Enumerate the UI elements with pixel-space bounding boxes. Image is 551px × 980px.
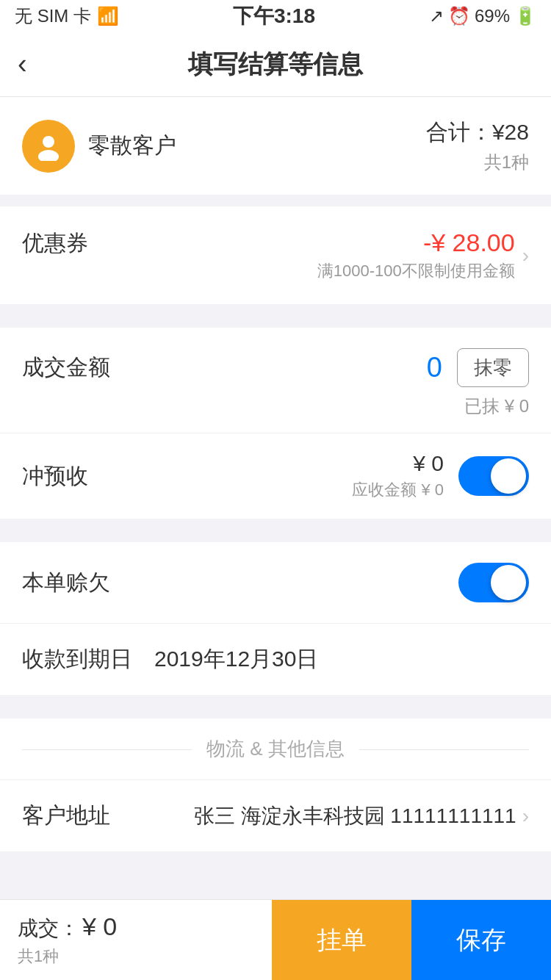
total-count: 共1种 [426, 151, 529, 174]
due-date-label: 收款到期日 [22, 644, 132, 674]
page-title: 填写结算等信息 [188, 48, 363, 82]
prepay-toggle[interactable] [458, 456, 529, 496]
logistics-title-wrap: 物流 & 其他信息 [192, 736, 359, 762]
status-bar: 无 SIM 卡 📶 下午3:18 ↗ ⏰ 69% 🔋 [0, 0, 551, 32]
bottom-deal-row: 成交： ¥ 0 [18, 912, 254, 943]
deal-amount-label: 成交金额 [22, 353, 110, 383]
deal-amount-row: 成交金额 0 抹零 [0, 328, 551, 394]
coupon-amount: -¥ 28.00 [317, 228, 515, 257]
total-amount: 合计：¥28 [426, 118, 529, 148]
divider-3 [0, 707, 551, 718]
coupon-chevron-icon: › [522, 244, 529, 267]
address-row[interactable]: 客户地址 张三 海淀永丰科技园 11111111111 › [0, 779, 551, 851]
logistics-header: 物流 & 其他信息 [0, 718, 551, 779]
nav-bar: ‹ 填写结算等信息 [0, 32, 551, 97]
bottom-bar: 成交： ¥ 0 共1种 挂单 保存 [0, 899, 551, 980]
prepay-receivable-label: 应收金额 ¥ 0 [352, 479, 444, 501]
bottom-deal-amount: ¥ 0 [82, 912, 117, 941]
divider-2 [0, 530, 551, 542]
debt-label: 本单赊欠 [22, 568, 110, 598]
coupon-right: -¥ 28.00 满1000-100不限制使用金额 › [317, 228, 529, 282]
hang-button[interactable]: 挂单 [272, 900, 411, 981]
toggle-knob [491, 458, 526, 494]
coupon-description: 满1000-100不限制使用金额 [317, 260, 515, 282]
prepay-amount: ¥ 0 [352, 451, 444, 476]
coupon-section: 优惠券 -¥ 28.00 满1000-100不限制使用金额 › [0, 206, 551, 304]
location-icon: ↗ [429, 6, 444, 26]
prepay-amount-area: ¥ 0 应收金额 ¥ 0 [352, 451, 444, 501]
coupon-row[interactable]: 优惠券 -¥ 28.00 满1000-100不限制使用金额 › [0, 206, 551, 304]
debt-toggle[interactable] [458, 563, 529, 602]
customer-section: 零散客户 合计：¥28 共1种 [0, 97, 551, 195]
status-time: 下午3:18 [233, 2, 315, 30]
due-date-value: 2019年12月30日 [154, 644, 318, 674]
customer-total-area: 合计：¥28 共1种 [426, 118, 529, 174]
main-content: 零散客户 合计：¥28 共1种 优惠券 -¥ 28.00 满1000-100不限… [0, 97, 551, 980]
bottom-deal-count: 共1种 [18, 945, 254, 968]
customer-left: 零散客户 [22, 120, 176, 173]
prepay-row: 冲预收 ¥ 0 应收金额 ¥ 0 [0, 433, 551, 519]
debt-section: 本单赊欠 收款到期日 2019年12月30日 [0, 542, 551, 695]
deal-section: 成交金额 0 抹零 已抹 ¥ 0 冲预收 ¥ 0 应收金额 ¥ 0 [0, 328, 551, 519]
divider-1 [0, 316, 551, 328]
battery-percent: 69% [475, 6, 510, 26]
customer-name: 零散客户 [88, 131, 176, 161]
address-right: 张三 海淀永丰科技园 11111111111 › [194, 802, 529, 830]
customer-avatar [22, 120, 75, 173]
svg-point-0 [43, 136, 54, 148]
save-button[interactable]: 保存 [411, 900, 551, 981]
back-chevron-icon: ‹ [18, 48, 27, 80]
debt-toggle-knob [491, 565, 526, 600]
status-right: ↗ ⏰ 69% 🔋 [429, 6, 536, 26]
battery-icon: 🔋 [514, 6, 536, 26]
wifi-icon: 📶 [97, 6, 119, 26]
svg-point-1 [38, 150, 59, 161]
bottom-deal-info: 成交： ¥ 0 共1种 [0, 912, 272, 968]
logistics-title: 物流 & 其他信息 [206, 738, 345, 760]
address-chevron-icon: › [522, 804, 529, 828]
erased-label: 已抹 ¥ 0 [0, 394, 551, 433]
no-sim-label: 无 SIM 卡 [15, 4, 91, 28]
debt-row: 本单赊欠 [0, 542, 551, 623]
alarm-icon: ⏰ [448, 6, 470, 26]
erase-button[interactable]: 抹零 [457, 348, 529, 387]
prepay-label: 冲预收 [22, 461, 88, 491]
address-value: 张三 海淀永丰科技园 11111111111 [194, 802, 516, 830]
logistics-section: 物流 & 其他信息 客户地址 张三 海淀永丰科技园 11111111111 › [0, 718, 551, 851]
back-button[interactable]: ‹ [18, 48, 27, 80]
status-left: 无 SIM 卡 📶 [15, 4, 119, 28]
deal-right: 0 抹零 [427, 348, 529, 387]
bottom-deal-label: 成交： [18, 915, 79, 943]
due-date-row: 收款到期日 2019年12月30日 [0, 623, 551, 695]
prepay-right: ¥ 0 应收金额 ¥ 0 [352, 451, 529, 501]
deal-amount-value: 0 [427, 352, 442, 383]
address-label: 客户地址 [22, 801, 110, 831]
coupon-label: 优惠券 [22, 228, 88, 259]
